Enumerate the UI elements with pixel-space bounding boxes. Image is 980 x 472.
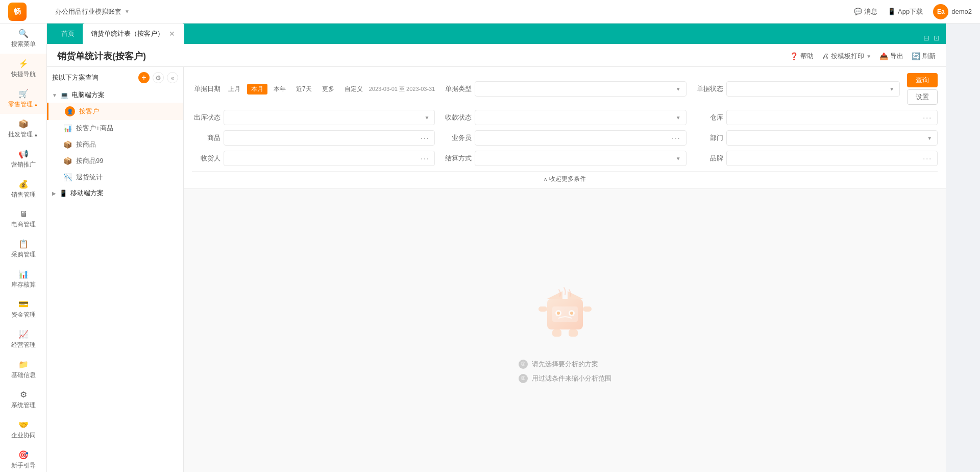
sidebar-item-wholesale[interactable]: 📦 批发管理 ▲: [0, 114, 46, 144]
guide-icon: 🎯: [18, 450, 29, 460]
right-panel: 单据日期 上月 本月 本年 近7天 更多 自定义 2023-03-01 至 20…: [184, 67, 946, 472]
retail-icon: 🛒: [18, 89, 29, 99]
settlement-selector[interactable]: ▼: [475, 151, 686, 166]
doc-status-selector[interactable]: ▼: [726, 81, 900, 97]
print-icon: 🖨: [822, 52, 829, 60]
sidebar-item-guide[interactable]: 🎯 新手引导: [0, 445, 46, 472]
sidebar-item-ecommerce[interactable]: 🖥 电商管理: [0, 204, 46, 234]
date-pill-this-year[interactable]: 本年: [270, 84, 290, 95]
page-actions: ❓ 帮助 🖨 按模板打印 ▼ 📤 导出 🔄 刷新: [790, 52, 936, 61]
tip2-num: ②: [519, 374, 528, 383]
empty-state: ① 请先选择要分析的方案 ② 用过滤条件来缩小分析范围: [184, 189, 946, 472]
export-btn[interactable]: 📤 导出: [879, 52, 903, 61]
sidebar-item-retail[interactable]: 🛒 零售管理 ▲: [0, 84, 46, 114]
help-btn[interactable]: ❓ 帮助: [790, 52, 814, 61]
salesperson-filter-item: 业务员 ···: [443, 130, 686, 146]
consignee-label: 收货人: [192, 154, 220, 163]
warehouse-filter-item: 仓库 ···: [695, 110, 938, 125]
sidebar-item-enterprise[interactable]: 🤝 企业协同: [0, 415, 46, 445]
quick-nav-icon: ⚡: [18, 59, 29, 68]
retail-arrow-icon: ▲: [34, 102, 38, 107]
warehouse-selector[interactable]: ···: [726, 110, 938, 125]
doc-type-selector[interactable]: ▼: [475, 81, 686, 97]
svg-rect-6: [538, 306, 547, 312]
collapse-panel-btn[interactable]: «: [167, 72, 178, 83]
add-scheme-btn[interactable]: +: [138, 72, 150, 83]
ecommerce-icon: 🖥: [19, 209, 28, 219]
sidebar-item-purchase[interactable]: 📋 采购管理: [0, 234, 46, 264]
tree-child-by-product-99[interactable]: 📦 按商品99: [47, 153, 183, 169]
doc-type-dropdown-icon: ▼: [676, 86, 681, 92]
sidebar-item-system[interactable]: ⚙ 系统管理: [0, 385, 46, 415]
minimize-btn[interactable]: ⊟: [923, 34, 929, 42]
tree-parent-mobile[interactable]: ▶ 📱 移动端方案: [47, 185, 183, 201]
empty-tip-1: ① 请先选择要分析的方案: [519, 360, 611, 369]
tree-child-by-product[interactable]: 📦 按商品: [47, 136, 183, 153]
app-download-btn[interactable]: 📱 App下载: [888, 7, 923, 16]
settlement-dropdown-icon: ▼: [676, 156, 681, 161]
svg-point-5: [570, 312, 573, 315]
sidebar-item-search-menu[interactable]: 🔍 搜索菜单: [0, 23, 46, 54]
tree-parent-desktop[interactable]: ▼ 💻 电脑端方案: [47, 87, 183, 103]
empty-tip-2: ② 用过滤条件来缩小分析范围: [519, 374, 611, 383]
date-pill-last-month[interactable]: 上月: [224, 83, 245, 95]
doc-type-filter-item: 单据类型 ▼: [443, 81, 686, 97]
by-product-icon: 📦: [63, 140, 72, 149]
brand-label: 品牌: [695, 154, 723, 163]
sidebar-item-operation[interactable]: 📈 经营管理: [0, 324, 46, 355]
department-label: 部门: [695, 133, 723, 143]
brand-selector[interactable]: ···: [726, 151, 938, 166]
by-product-99-icon: 📦: [63, 157, 72, 165]
sidebar: 🔍 搜索菜单 ⚡ 快捷导航 🛒 零售管理 ▲ 📦 批发管理 ▲ 📢 营销推广 💰…: [0, 23, 47, 472]
avatar: Ea: [933, 4, 948, 19]
product-filter-item: 商品 ···: [192, 130, 435, 146]
tab-close-icon[interactable]: ✕: [168, 30, 176, 37]
date-pill-this-month[interactable]: 本月: [247, 84, 267, 95]
svg-point-4: [557, 312, 560, 315]
empty-illustration: [534, 278, 596, 349]
sidebar-item-inventory[interactable]: 📊 库存核算: [0, 264, 46, 294]
collapse-bar[interactable]: ∧ 收起更多条件: [192, 171, 938, 186]
wholesale-icon: 📦: [18, 119, 29, 129]
tree-child-customer-product[interactable]: 📊 按客户+商品: [47, 120, 183, 136]
industry-selector[interactable]: 办公用品行业模拟账套 ▼: [55, 7, 130, 16]
tree-child-by-customer[interactable]: 👤 按客户: [47, 103, 183, 120]
print-btn[interactable]: 🖨 按模板打印 ▼: [822, 52, 871, 61]
enterprise-icon: 🤝: [18, 420, 29, 430]
doc-status-filter-item: 单据状态 ▼ 查询 设置: [695, 73, 938, 105]
date-pill-custom[interactable]: 自定义: [340, 84, 367, 95]
sidebar-item-basic[interactable]: 📁 基础信息: [0, 355, 46, 385]
svg-rect-8: [552, 329, 561, 337]
salesperson-selector[interactable]: ···: [475, 130, 686, 146]
payment-status-selector[interactable]: ▼: [475, 110, 686, 125]
customer-product-icon: 📊: [63, 124, 72, 132]
refresh-btn[interactable]: 🔄 刷新: [912, 52, 936, 61]
sidebar-item-sales[interactable]: 💰 销售管理: [0, 174, 46, 204]
ship-status-selector[interactable]: ▼: [224, 110, 435, 125]
tree-child-return-stats[interactable]: 📉 退货统计: [47, 169, 183, 185]
dept-dropdown-icon: ▼: [927, 135, 932, 141]
consignee-dots: ···: [421, 154, 430, 162]
inventory-icon: 📊: [18, 269, 29, 279]
message-btn[interactable]: 💬 消息: [854, 7, 877, 16]
sidebar-item-marketing[interactable]: 📢 营销推广: [0, 144, 46, 174]
settings-scheme-btn[interactable]: ⚙: [153, 72, 164, 83]
consignee-selector[interactable]: ···: [224, 151, 435, 166]
settings-btn[interactable]: 设置: [907, 89, 938, 105]
salesperson-dots: ···: [672, 134, 681, 142]
product-selector[interactable]: ···: [224, 130, 435, 146]
query-btn[interactable]: 查询: [907, 73, 938, 87]
date-label: 单据日期: [192, 84, 220, 93]
date-filter-item: 单据日期 上月 本月 本年 近7天 更多 自定义 2023-03-01 至 20…: [192, 83, 435, 95]
doc-type-label: 单据类型: [443, 84, 472, 93]
tab-home[interactable]: 首页: [53, 23, 83, 44]
sidebar-item-quick-nav[interactable]: ⚡ 快捷导航: [0, 54, 46, 84]
sidebar-item-finance[interactable]: 💳 资金管理: [0, 294, 46, 324]
user-info[interactable]: Ea demo2: [933, 4, 972, 19]
tab-sales-stat[interactable]: 销货单统计表（按客户） ✕: [83, 23, 184, 44]
date-pill-more[interactable]: 更多: [318, 84, 338, 95]
date-pill-last-7days[interactable]: 近7天: [292, 84, 316, 95]
maximize-btn[interactable]: ⊡: [934, 34, 940, 42]
refresh-icon: 🔄: [912, 52, 920, 60]
department-selector[interactable]: ▼: [726, 130, 938, 146]
